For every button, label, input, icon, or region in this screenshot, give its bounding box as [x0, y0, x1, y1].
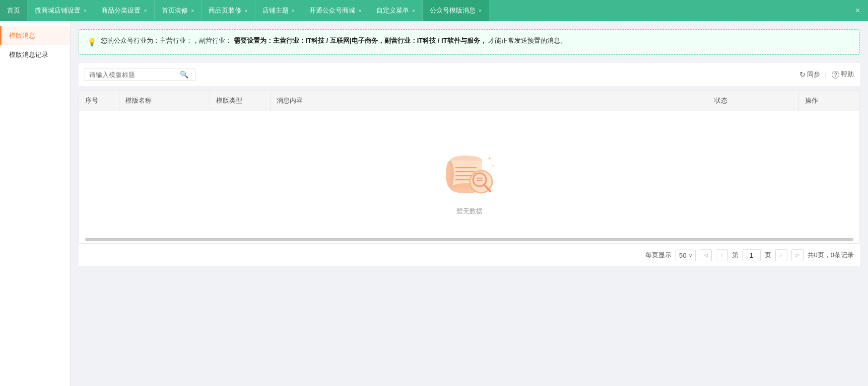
tab-label: 首页 [7, 6, 20, 15]
fake-scrollbar[interactable] [85, 238, 853, 241]
table-header-type: 模版类型 [210, 91, 271, 111]
tab-label: 自定义菜单 [376, 6, 409, 15]
scrollbar-area [79, 236, 859, 243]
pagination: 每页显示 50 ∨ ⊲ ‹ 第 页 › ⊳ 共0页，0条记录 [79, 244, 860, 266]
notice-text: 您的公众号行业为：主营行业：，副营行业： 需要设置为：主营行业：IT科技 / 互… [101, 36, 567, 46]
tab-close-icon[interactable]: × [244, 8, 247, 14]
tab-label: 公众号模版消息 [430, 6, 476, 15]
tab-close-icon[interactable]: × [292, 8, 295, 14]
page-prefix-label: 第 [732, 251, 739, 260]
sync-button[interactable]: ↻ 同步 [799, 70, 820, 79]
chevron-down-icon: ∨ [689, 253, 692, 258]
topbar-tab-open-mall[interactable]: 开通公众号商城× [302, 0, 369, 21]
search-input[interactable] [89, 71, 180, 79]
tab-close-icon[interactable]: × [358, 8, 361, 14]
topbar-tab-store-settings[interactable]: 微商城店铺设置× [28, 0, 94, 21]
current-page-input[interactable] [743, 249, 761, 261]
topbar-tab-home[interactable]: 首页 [0, 0, 28, 21]
tab-label: 开通公众号商城 [309, 6, 355, 15]
topbar-tab-product-category[interactable]: 商品分类设置× [94, 0, 154, 21]
topbar-tab-home-decor[interactable]: 首页装修× [155, 0, 202, 21]
page-size-label: 每页显示 [645, 251, 672, 260]
tab-label: 店铺主题 [262, 6, 289, 15]
close-all-button[interactable]: × [847, 6, 868, 15]
empty-text: 暂无数据 [456, 207, 483, 216]
table-header: 序号模版名称模版类型消息内容状态操作 [79, 91, 859, 111]
tab-label: 微商城店铺设置 [35, 6, 81, 15]
empty-illustration: ✦ ✦ [437, 141, 502, 207]
toolbar-row: 🔍 ↻ 同步 | ? 帮助 [79, 63, 860, 86]
topbar: 首页微商城店铺设置×商品分类设置×首页装修×商品页装修×店铺主题×开通公众号商城… [0, 0, 868, 21]
bulb-icon: 💡 [87, 36, 97, 48]
sync-label: 同步 [807, 70, 820, 79]
data-table: 序号模版名称模版类型消息内容状态操作 [79, 90, 860, 244]
tab-close-icon[interactable]: × [144, 8, 147, 14]
last-page-button[interactable]: ⊳ [791, 249, 804, 261]
toolbar-right: ↻ 同步 | ? 帮助 [799, 70, 854, 79]
help-icon: ? [832, 71, 839, 79]
total-info: 共0页，0条记录 [808, 251, 854, 260]
svg-text:✦: ✦ [487, 155, 492, 162]
tab-close-icon[interactable]: × [84, 8, 87, 14]
sync-icon: ↻ [799, 70, 806, 79]
table-header-content: 消息内容 [271, 91, 708, 111]
tab-label: 商品页装修 [209, 6, 241, 15]
page-size-select[interactable]: 50 ∨ [676, 250, 695, 261]
table-header-status: 状态 [708, 91, 799, 111]
help-button[interactable]: ? 帮助 [832, 70, 854, 79]
next-page-button[interactable]: › [775, 249, 787, 261]
first-page-button[interactable]: ⊲ [700, 249, 712, 261]
table-header-action: 操作 [799, 91, 859, 111]
table-header-name: 模版名称 [119, 91, 210, 111]
topbar-tab-store-theme[interactable]: 店铺主题× [255, 0, 302, 21]
notice-box: 💡 您的公众号行业为：主营行业：，副营行业： 需要设置为：主营行业：IT科技 /… [79, 29, 860, 55]
page-size-value: 50 [679, 252, 686, 259]
svg-text:✦: ✦ [491, 164, 495, 169]
tab-close-icon[interactable]: × [191, 8, 194, 14]
prev-page-button[interactable]: ‹ [716, 249, 728, 261]
content-area: 💡 您的公众号行业为：主营行业：，副营行业： 需要设置为：主营行业：IT科技 /… [71, 21, 868, 386]
tab-close-icon[interactable]: × [412, 8, 415, 14]
search-wrap: 🔍 [85, 68, 195, 81]
tab-label: 商品分类设置 [101, 6, 141, 15]
page-suffix-label: 页 [765, 251, 771, 260]
scrollbar-thumb [85, 238, 853, 241]
svg-point-3 [446, 161, 454, 188]
sidebar: 模版消息模版消息记录 [0, 21, 71, 386]
tab-label: 首页装修 [162, 6, 188, 15]
main-layout: 模版消息模版消息记录 💡 您的公众号行业为：主营行业：，副营行业： 需要设置为：… [0, 21, 868, 386]
tab-close-icon[interactable]: × [479, 8, 482, 14]
sidebar-item-template-msg[interactable]: 模版消息 [0, 26, 70, 45]
table-header-seq: 序号 [79, 91, 119, 111]
empty-state: ✦ ✦ 暂无数据 [79, 111, 859, 236]
sidebar-item-template-record[interactable]: 模版消息记录 [0, 45, 70, 64]
divider: | [825, 71, 827, 79]
topbar-tab-custom-menu[interactable]: 自定义菜单× [369, 0, 423, 21]
help-label: 帮助 [841, 70, 854, 79]
topbar-tab-template-msg[interactable]: 公众号模版消息× [423, 0, 489, 21]
topbar-tab-product-decor[interactable]: 商品页装修× [202, 0, 255, 21]
search-icon[interactable]: 🔍 [180, 70, 188, 79]
